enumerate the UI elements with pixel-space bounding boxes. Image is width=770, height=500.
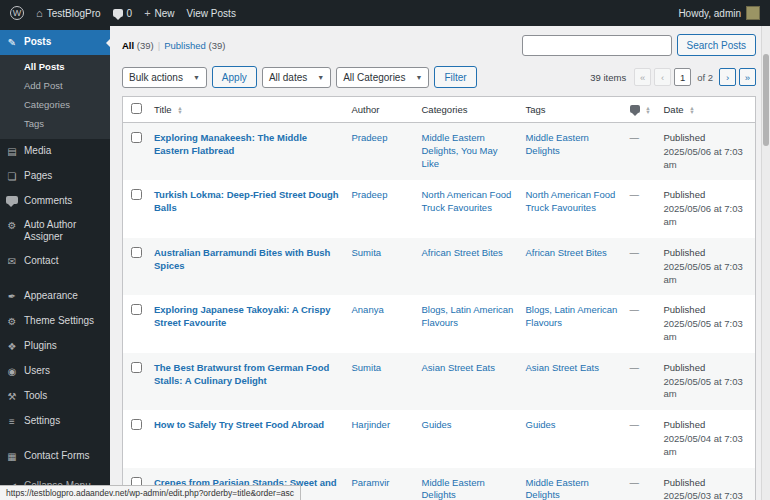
row-checkbox[interactable] — [131, 304, 142, 315]
user-avatar[interactable] — [746, 6, 760, 20]
sidebar-item-auto-author-assigner[interactable]: ⚙Auto Author Assigner — [0, 213, 110, 249]
sidebar-item-plugins[interactable]: ❖Plugins — [0, 334, 110, 359]
tag-link[interactable]: Guides — [526, 419, 556, 430]
pages-icon: ❏ — [6, 171, 18, 183]
next-page-button[interactable]: › — [719, 68, 736, 86]
post-status: Published — [664, 189, 750, 202]
sidebar-item-media[interactable]: ▤Media — [0, 139, 110, 164]
category-link[interactable]: Middle Eastern Delights, You May Like — [422, 132, 498, 169]
scrollbar[interactable] — [761, 26, 770, 500]
categories-filter-select[interactable]: All Categories ▼ — [336, 67, 429, 88]
post-title-link[interactable]: Australian Barramundi Bites with Bush Sp… — [154, 247, 330, 271]
submenu-item-all-posts[interactable]: All Posts — [0, 57, 110, 76]
last-page-button[interactable]: » — [739, 68, 756, 86]
sidebar-item-contact[interactable]: ✉Contact — [0, 249, 110, 274]
new-content-menu[interactable]: + New — [144, 7, 174, 19]
tag-link[interactable]: Middle Eastern Delights — [526, 132, 589, 156]
author-link[interactable]: Ananya — [352, 304, 384, 315]
view-filters: All (39)|Published (39) — [122, 34, 225, 51]
categories-cell: Asian Street Eats — [416, 353, 520, 410]
sidebar-item-comments[interactable]: Comments — [0, 189, 110, 213]
tag-link[interactable]: Middle Eastern Delights — [526, 477, 589, 500]
post-title-link[interactable]: The Best Bratwurst from German Food Stal… — [154, 362, 329, 386]
column-header-comments[interactable]: ▲▼ — [624, 97, 658, 123]
apply-button[interactable]: Apply — [212, 66, 257, 88]
row-checkbox[interactable] — [131, 247, 142, 258]
sidebar-item-pages[interactable]: ❏Pages — [0, 164, 110, 189]
row-checkbox[interactable] — [131, 132, 142, 143]
search-input[interactable] — [522, 35, 672, 56]
post-status: Published — [664, 477, 750, 490]
column-header-title[interactable]: Title ▲▼ — [148, 97, 346, 123]
filter-button[interactable]: Filter — [434, 66, 476, 88]
posts-submenu: All PostsAdd PostCategoriesTags — [0, 55, 110, 139]
sidebar-item-settings[interactable]: ≡Settings — [0, 409, 110, 434]
howdy-admin-menu[interactable]: Howdy, admin — [678, 8, 741, 19]
sidebar-item-label: Tools — [24, 390, 47, 402]
row-checkbox[interactable] — [131, 419, 142, 430]
column-header-date[interactable]: Date ▲▼ — [658, 97, 756, 123]
comments-cell: — — [624, 410, 658, 467]
dates-filter-select[interactable]: All dates ▼ — [262, 67, 331, 88]
tag-link[interactable]: Blogs, Latin American Flavours — [526, 304, 618, 328]
view-posts-link[interactable]: View Posts — [187, 8, 236, 19]
tag-link[interactable]: North American Food Truck Favourites — [526, 189, 616, 213]
sidebar-item-contact-forms[interactable]: ▦Contact Forms — [0, 444, 110, 469]
post-title-link[interactable]: Exploring Manakeesh: The Middle Eastern … — [154, 132, 307, 156]
category-link[interactable]: Asian Street Eats — [422, 362, 495, 373]
tags-cell: African Street Bites — [520, 238, 624, 295]
author-link[interactable]: Harjinder — [352, 419, 391, 430]
submenu-item-categories[interactable]: Categories — [0, 95, 110, 114]
category-link[interactable]: Blogs, Latin American Flavours — [422, 304, 514, 328]
sidebar-item-appearance[interactable]: ✒Appearance — [0, 284, 110, 309]
category-link[interactable]: Middle Eastern Delights — [422, 477, 485, 500]
tag-link[interactable]: Asian Street Eats — [526, 362, 599, 373]
categories-cell: Blogs, Latin American Flavours — [416, 295, 520, 352]
sidebar-item-tools[interactable]: ⚒Tools — [0, 384, 110, 409]
view-filter-all[interactable]: All (39) — [122, 40, 154, 51]
category-link[interactable]: North American Food Truck Favourites — [422, 189, 512, 213]
post-title-link[interactable]: Turkish Lokma: Deep-Fried Street Dough B… — [154, 189, 339, 213]
wordpress-logo-icon[interactable]: W — [10, 6, 24, 20]
chevron-down-icon: ▼ — [193, 74, 200, 81]
sidebar-item-users[interactable]: ◉Users — [0, 359, 110, 384]
select-all-checkbox[interactable] — [131, 103, 142, 114]
category-link[interactable]: Guides — [422, 419, 452, 430]
author-link[interactable]: Sumita — [352, 362, 382, 373]
row-checkbox[interactable] — [131, 362, 142, 373]
view-count: (39) — [137, 40, 154, 51]
sidebar-item-posts[interactable]: ✎Posts — [0, 30, 110, 55]
bulk-actions-select[interactable]: Bulk actions ▼ — [122, 67, 207, 88]
current-page-input[interactable]: 1 — [674, 68, 691, 86]
view-filter-published[interactable]: Published (39) — [164, 40, 225, 51]
submenu-item-tags[interactable]: Tags — [0, 114, 110, 133]
post-date: 2025/05/05 at 7:03 am — [664, 261, 750, 287]
sidebar-item-theme-settings[interactable]: ⚙Theme Settings — [0, 309, 110, 334]
prev-page-button: ‹ — [654, 68, 671, 86]
items-count: 39 items — [590, 72, 626, 83]
sidebar-item-label: Theme Settings — [24, 315, 94, 327]
search-posts-button[interactable]: Search Posts — [677, 34, 756, 56]
post-title-link[interactable]: How to Safely Try Street Food Abroad — [154, 419, 324, 430]
post-title-link[interactable]: Exploring Japanese Takoyaki: A Crispy St… — [154, 304, 331, 328]
plus-icon: + — [144, 7, 150, 19]
title-header-label: Title — [154, 104, 172, 115]
admin-bar-comments[interactable]: 0 — [113, 8, 133, 19]
status-bar-url: https://testblogpro.adaandev.net/wp-admi… — [0, 485, 301, 500]
author-link[interactable]: Sumita — [352, 247, 382, 258]
category-link[interactable]: African Street Bites — [422, 247, 503, 258]
new-label: New — [155, 8, 175, 19]
pagination: 39 items « ‹ 1 of 2 › » — [590, 68, 756, 86]
site-name-link[interactable]: ⌂ TestBlogPro — [36, 7, 101, 19]
row-checkbox[interactable] — [131, 189, 142, 200]
post-status: Published — [664, 132, 750, 145]
tag-link[interactable]: African Street Bites — [526, 247, 607, 258]
author-link[interactable]: Paramvir — [352, 477, 390, 488]
categories-cell: Guides — [416, 410, 520, 467]
author-cell: Sumita — [346, 238, 416, 295]
author-link[interactable]: Pradeep — [352, 132, 388, 143]
post-row: Exploring Japanese Takoyaki: A Crispy St… — [123, 295, 756, 352]
submenu-item-add-post[interactable]: Add Post — [0, 76, 110, 95]
author-link[interactable]: Pradeep — [352, 189, 388, 200]
scrollbar-thumb[interactable] — [763, 54, 769, 146]
